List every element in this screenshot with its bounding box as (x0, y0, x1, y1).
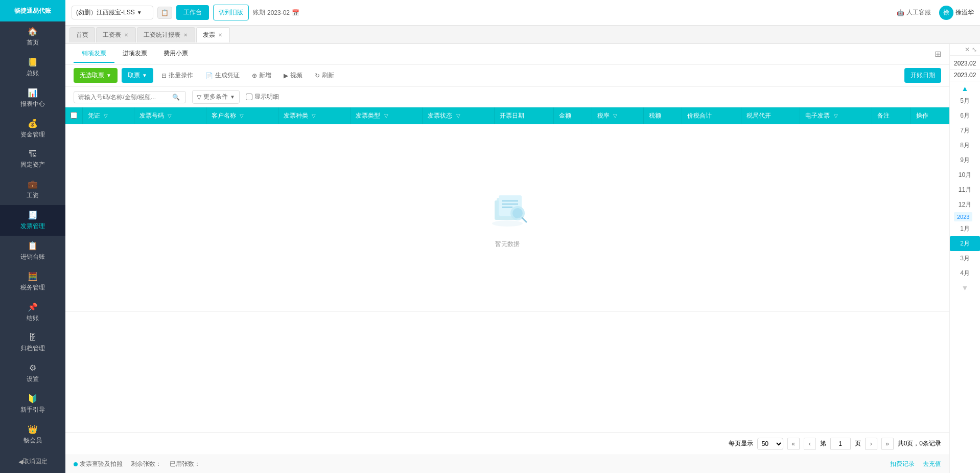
batch-ops-icon: ⊟ (161, 72, 167, 79)
th-electronic-filter-icon[interactable]: ▽ (834, 113, 838, 119)
refresh-button[interactable]: ↻ 刷新 (311, 69, 338, 82)
month-2-active[interactable]: 2月 (950, 236, 980, 251)
tab-salary-table-close[interactable]: ✕ (123, 32, 129, 38)
th-amount: 金额 (553, 107, 592, 124)
th-tax-authority: 税局代开 (741, 107, 800, 124)
last-page-button[interactable]: » (881, 438, 894, 450)
search-input[interactable] (78, 94, 170, 101)
first-page-button[interactable]: « (787, 438, 800, 450)
archive-icon: 🗄 (29, 333, 37, 342)
reports-icon: 📊 (28, 88, 38, 98)
tab-invoice[interactable]: 发票 ✕ (196, 27, 230, 42)
sidebar-item-ledger[interactable]: 📒 总账 (0, 52, 65, 83)
switch-button[interactable]: 切到旧版 (213, 5, 249, 20)
more-filter-button[interactable]: ▽ 更多条件 ▼ (192, 90, 240, 104)
scroll-up-icon[interactable]: ▲ (952, 84, 978, 93)
sidebar-item-closeout[interactable]: 📌 结账 (0, 297, 65, 328)
prev-page-button[interactable]: ‹ (804, 438, 816, 450)
month-6[interactable]: 6月 (950, 108, 980, 123)
month-8[interactable]: 8月 (950, 138, 980, 153)
sidebar-item-assets[interactable]: 🏗 固定资产 (0, 144, 65, 174)
search-icon[interactable]: 🔍 (172, 94, 180, 101)
refresh-icon: ↻ (315, 72, 320, 79)
th-checkbox (65, 107, 83, 124)
copy-button[interactable]: 📋 (157, 7, 172, 19)
take-invoice-button[interactable]: 取票 ▼ (122, 68, 153, 83)
grid-view-icon[interactable]: ⊞ (935, 49, 941, 59)
th-invoice-category-filter-icon[interactable]: ▽ (312, 113, 316, 119)
th-tax-rate-filter-icon[interactable]: ▽ (613, 113, 617, 119)
toolbar-actions: 无选取票 ▼ 取票 ▼ ⊟ 批量操作 📄 生成凭证 (74, 68, 338, 83)
member-icon: 👑 (28, 424, 38, 434)
tab-salary-stats-close[interactable]: ✕ (182, 32, 189, 38)
new-button[interactable]: ⊕ 新增 (248, 69, 275, 82)
tab-salary-table[interactable]: 工资表 ✕ (96, 27, 136, 42)
no-selection-button[interactable]: 无选取票 ▼ (74, 68, 118, 83)
down-arrow-area: ▼ (950, 283, 980, 293)
next-page-button[interactable]: › (865, 438, 877, 450)
th-customer-name-filter-icon[interactable]: ▽ (240, 113, 244, 119)
user-info[interactable]: 徐 徐溢华 (939, 6, 974, 20)
th-invoice-number-filter-icon[interactable]: ▽ (168, 113, 172, 119)
ai-service-button[interactable]: 🤖 人工客服 (897, 8, 931, 17)
sidebar-bottom: ◀ 取消固定 (0, 450, 65, 473)
page-input[interactable] (830, 438, 851, 450)
empty-state: 暂无数据 (71, 128, 944, 307)
sidebar-item-home[interactable]: 🏠 首页 (0, 21, 65, 52)
date-2023-02-second: 2023.02 (950, 70, 980, 81)
sidebar-item-archive[interactable]: 🗄 归档管理 (0, 328, 65, 358)
per-page-select[interactable]: 50 20 100 (757, 438, 783, 450)
footer-remaining: 剩余张数： (131, 460, 161, 468)
sub-tabs: 销项发票 进项发票 费用小票 ⊞ (65, 44, 949, 64)
th-invoice-type-filter-icon[interactable]: ▽ (384, 113, 388, 119)
sidebar-item-guide[interactable]: 🔰 新手引导 (0, 389, 65, 419)
date-panel-expand-icon[interactable]: ⤡ (972, 46, 977, 53)
date-panel-close-button[interactable]: ✕ (965, 46, 970, 53)
month-3[interactable]: 3月 (950, 251, 980, 266)
tab-invoice-close[interactable]: ✕ (217, 32, 223, 38)
month-4[interactable]: 4月 (950, 266, 980, 281)
sub-tab-expense-receipt[interactable]: 费用小票 (155, 45, 196, 63)
month-12[interactable]: 12月 (950, 197, 980, 212)
th-voucher-filter-icon[interactable]: ▽ (104, 113, 108, 119)
sidebar-item-sales-ledger[interactable]: 📋 进销台账 (0, 236, 65, 266)
th-invoice-status-filter-icon[interactable]: ▽ (456, 113, 460, 119)
month-7[interactable]: 7月 (950, 123, 980, 138)
sidebar-item-reports[interactable]: 📊 报表中心 (0, 83, 65, 114)
period-info: 账期 2023-02 📅 (253, 8, 299, 17)
add-record-link[interactable]: 扣费记录 (890, 460, 915, 468)
month-11[interactable]: 11月 (950, 183, 980, 197)
open-period-button[interactable]: 开账日期 (904, 68, 941, 83)
unpin-button[interactable]: ◀ 取消固定 (0, 454, 65, 469)
video-button[interactable]: ▶ 视频 (279, 69, 307, 82)
sidebar-item-salary[interactable]: 💼 工资 (0, 174, 65, 205)
sub-tab-purchase-invoice[interactable]: 进项发票 (114, 45, 155, 63)
batch-ops-button[interactable]: ⊟ 批量操作 (157, 69, 197, 82)
show-detail-input[interactable] (246, 94, 252, 100)
scroll-down-icon[interactable]: ▼ (952, 284, 978, 292)
filter-bar: 🔍 ▽ 更多条件 ▼ 显示明细 (65, 87, 949, 107)
month-1[interactable]: 1月 (950, 221, 980, 236)
month-5[interactable]: 5月 (950, 94, 980, 108)
show-detail-checkbox[interactable]: 显示明细 (246, 93, 279, 101)
generate-cert-button[interactable]: 📄 生成凭证 (201, 69, 244, 82)
sidebar-item-settings[interactable]: ⚙ 设置 (0, 358, 65, 389)
month-10[interactable]: 10月 (950, 168, 980, 183)
sidebar-item-tax[interactable]: 🧮 税务管理 (0, 266, 65, 297)
workbench-button[interactable]: 工作台 (176, 5, 209, 20)
th-remark: 备注 (872, 107, 911, 124)
sidebar-item-funds[interactable]: 💰 资金管理 (0, 114, 65, 144)
svg-line-9 (522, 218, 526, 222)
search-box: 🔍 (74, 91, 186, 103)
sidebar-item-member[interactable]: 👑 畅会员 (0, 419, 65, 450)
sub-tab-sales-invoice[interactable]: 销项发票 (74, 45, 114, 63)
select-all-checkbox[interactable] (71, 112, 77, 119)
th-action: 操作 (911, 107, 949, 124)
sidebar-item-invoice[interactable]: 🧾 发票管理 (0, 205, 65, 236)
tab-salary-stats[interactable]: 工资统计报表 ✕ (137, 27, 195, 42)
month-9[interactable]: 9月 (950, 153, 980, 168)
tab-home[interactable]: 首页 (69, 27, 95, 42)
recharge-link[interactable]: 去充值 (923, 460, 941, 468)
company-selector[interactable]: (勿删）江西服宝-LSS ▼ (72, 6, 153, 19)
footer-bar: 发票查验及拍照 剩余张数： 已用张数： 扣费记录 去充值 (65, 455, 949, 473)
